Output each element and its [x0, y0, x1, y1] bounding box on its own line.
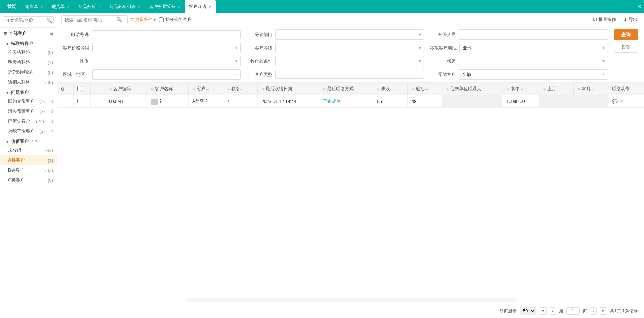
sidebar-item-overdue[interactable]: 逾期未联络 (30): [0, 77, 57, 87]
col-overdue[interactable]: 逾期...: [408, 83, 442, 95]
tab-customer-layer[interactable]: 客户分层经营 ×: [145, 0, 185, 13]
info-icon4: ℹ: [51, 129, 53, 134]
status-select[interactable]: ▾: [459, 56, 608, 66]
filter-price-level: 客户价格等级 ▾: [63, 43, 241, 53]
close-customer-layer-tab[interactable]: ×: [178, 4, 180, 9]
retail-customer-select[interactable]: 全部 ▾: [459, 69, 608, 80]
sidebar-item-repurchase-abnormal[interactable]: 回购异常客户 (2) ℹ: [0, 96, 57, 106]
sidebar-all-customers[interactable]: ⊞ 全部客户 ◀: [0, 28, 57, 38]
info-icon: ℹ: [51, 99, 53, 104]
tab-customer-contact[interactable]: 客户联络 ×: [185, 0, 215, 13]
nature-select[interactable]: ▾: [92, 56, 241, 66]
refresh-icon[interactable]: ↺: [30, 139, 33, 144]
cell-last-date: 2023-04-12 14:44:: [258, 95, 319, 108]
caret-icon8: ▾: [602, 72, 605, 77]
col-this-year[interactable]: 本年...: [502, 83, 539, 95]
col-this-month[interactable]: 本月...: [574, 83, 608, 95]
col-settings[interactable]: ⚙: [57, 83, 73, 95]
sidebar-item-class-b[interactable]: B类客户 (33): [0, 165, 57, 175]
collapse-icon[interactable]: ◀: [50, 31, 53, 36]
cell-settings: [57, 95, 73, 108]
scroll-thumb: [185, 298, 516, 302]
dots-icon: ···: [600, 32, 605, 37]
horizontal-scrollbar[interactable]: [57, 296, 644, 304]
filter-row-4: 区域（地区） ··· 客户类型 零散客户: [63, 69, 608, 80]
sidebar-item-ungrouped[interactable]: 未分组 (32): [0, 145, 57, 155]
batch-icon: ☑: [593, 17, 597, 22]
col-code[interactable]: 客户编码: [105, 83, 147, 95]
settings-button[interactable]: 设置: [614, 42, 638, 53]
person-select[interactable]: ···: [459, 29, 608, 40]
region-select[interactable]: ···: [92, 69, 241, 80]
tab-purchase[interactable]: 进货单 ×: [47, 0, 74, 13]
col-no-contact[interactable]: 未联...: [373, 83, 408, 95]
grid-icon: ⊞: [4, 31, 7, 36]
select-all-checkbox[interactable]: [77, 86, 82, 91]
dots-icon2: ···: [233, 72, 237, 77]
customer-type-input[interactable]: [275, 70, 425, 79]
last-page-button[interactable]: »: [600, 307, 607, 315]
last-method-link[interactable]: 下销货单: [323, 99, 340, 104]
col-name[interactable]: 客户名称: [147, 83, 189, 95]
col-contact[interactable]: 联络...: [223, 83, 258, 95]
tab-sales[interactable]: 销售单 ×: [21, 0, 47, 13]
first-page-button[interactable]: «: [539, 307, 547, 315]
page-size-select[interactable]: 50: [520, 307, 536, 315]
filter-icon: ▽: [130, 17, 134, 22]
batch-op-button[interactable]: ☑ 批量操作: [591, 16, 618, 24]
sidebar-group-pending[interactable]: ▼ 待联络客户: [0, 38, 57, 47]
filter-payment: 收付款条件 ▾: [247, 56, 425, 66]
customer-level-select[interactable]: ▾: [275, 43, 425, 53]
col-last-date[interactable]: 最后联络日期: [258, 83, 319, 95]
cell-no-contact: 55: [373, 95, 408, 108]
sidebar-item-class-a[interactable]: A类客户 (1): [0, 155, 57, 165]
price-level-select[interactable]: ▾: [92, 43, 241, 53]
name-color-box: [151, 99, 158, 105]
caret-icon2: ▾: [235, 45, 237, 50]
sidebar-group-value[interactable]: ▼ 价值客户 ↺ ✎: [0, 136, 57, 145]
close-all-button[interactable]: ×: [638, 3, 641, 10]
tab-goods-analysis[interactable]: 商品分析 ×: [74, 0, 105, 13]
retail-attr-select[interactable]: 全部 ▾: [459, 43, 608, 53]
row-checkbox[interactable]: [77, 99, 82, 103]
col-unit-contact[interactable]: 往来单位联系人: [442, 83, 502, 95]
caret-icon3: ▾: [419, 45, 421, 50]
col-type[interactable]: 客户...: [189, 83, 223, 95]
sidebar-item-class-c[interactable]: C类客户 (6): [0, 175, 57, 185]
col-last-method[interactable]: 最后联络方式: [319, 83, 373, 95]
dept-select[interactable]: ▾: [275, 29, 425, 40]
next-page-button[interactable]: ›: [590, 307, 597, 315]
sidebar-item-today[interactable]: 今天待联络 (0): [0, 47, 57, 57]
phone-input[interactable]: [92, 30, 241, 39]
tab-home[interactable]: 首页: [3, 0, 21, 13]
close-purchase-tab[interactable]: ×: [67, 4, 69, 9]
chat-icon[interactable]: 💬: [612, 99, 618, 104]
sidebar-item-7days[interactable]: 近7天待联络 (0): [0, 67, 57, 77]
payment-select[interactable]: ▾: [275, 56, 425, 66]
sidebar-item-churn-warning[interactable]: 流失预警客户 (3) ℹ: [0, 106, 57, 116]
grid-icon2[interactable]: ⊞: [620, 99, 623, 104]
main-layout: 🔍 ⊞ 全部客户 ◀ ▼ 待联络客户 今天待联络 (0) 明天待联络 (1) 近…: [0, 13, 644, 318]
sidebar-group-problem[interactable]: ▼ 问题客户: [0, 87, 57, 96]
edit-icon[interactable]: ✎: [35, 139, 38, 144]
tab-goods-list[interactable]: 商品分析列表 ×: [105, 0, 144, 13]
sidebar-item-churned[interactable]: 已流失客户 (24) ℹ: [0, 116, 57, 126]
filter-more-button[interactable]: ▽ 更多条件 ▾: [130, 17, 156, 23]
filter-retail-attr: 零散客户属性 全部 ▾: [430, 43, 608, 53]
close-goods-list-tab[interactable]: ×: [138, 4, 140, 9]
sidebar-item-tomorrow[interactable]: 明天待联络 (1): [0, 57, 57, 67]
close-sales-tab[interactable]: ×: [40, 4, 43, 9]
close-goods-analysis-tab[interactable]: ×: [98, 4, 100, 9]
sidebar-item-declining[interactable]: 持续下滑客户 (2) ℹ: [0, 126, 57, 136]
caret-icon4: ▾: [602, 45, 605, 50]
export-button[interactable]: ⬇ 导出: [621, 16, 640, 24]
page-number-input[interactable]: [566, 307, 580, 315]
query-button[interactable]: 查询: [614, 29, 638, 40]
col-last-month[interactable]: 上月...: [539, 83, 574, 95]
my-customers-checkbox[interactable]: [159, 17, 164, 22]
prev-page-button[interactable]: ‹: [550, 307, 556, 315]
close-customer-contact-tab[interactable]: ×: [209, 4, 211, 9]
filter-bar: 🔍 ▽ 更多条件 ▾ 我分管的客户 ☑ 批量操作 ⬇ 导出: [57, 13, 644, 26]
filter-search-input[interactable]: [65, 17, 116, 22]
query-buttons: 查询 设置: [614, 29, 638, 53]
